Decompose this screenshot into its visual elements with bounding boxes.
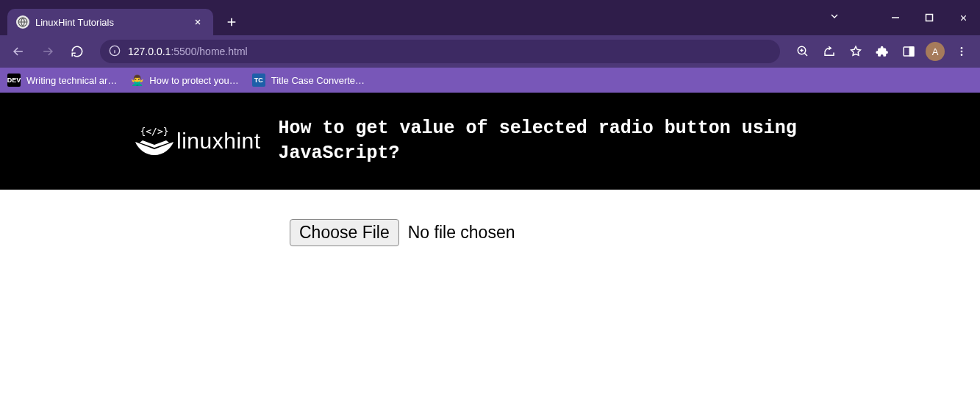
- info-icon[interactable]: [109, 45, 121, 59]
- bookmark-item[interactable]: 🙅‍♂️ How to protect you…: [130, 74, 238, 87]
- back-button[interactable]: [6, 39, 31, 64]
- bookmarks-bar: DEV Writing technical ar… 🙅‍♂️ How to pr…: [0, 68, 980, 93]
- url-text: 127.0.0.1:5500/home.html: [128, 46, 248, 57]
- zoom-icon[interactable]: [790, 39, 815, 64]
- close-window-button[interactable]: [946, 0, 980, 35]
- side-panel-icon[interactable]: [896, 39, 921, 64]
- close-icon[interactable]: [191, 15, 204, 29]
- browser-titlebar: LinuxHint Tutorials: [0, 0, 980, 35]
- star-icon[interactable]: [843, 39, 868, 64]
- svg-point-7: [961, 51, 963, 53]
- new-tab-button[interactable]: [221, 11, 243, 33]
- bookmark-item[interactable]: DEV Writing technical ar…: [7, 74, 117, 87]
- svg-rect-1: [926, 15, 933, 21]
- svg-rect-5: [910, 47, 914, 56]
- browser-toolbar: 127.0.0.1:5500/home.html A: [0, 35, 980, 68]
- page-content: Choose File No file chosen: [0, 190, 980, 246]
- svg-text:{</>}: {</>}: [140, 126, 168, 137]
- dev-icon: DEV: [7, 74, 21, 87]
- linuxhint-logo-icon: {</>}: [132, 120, 176, 162]
- profile-avatar[interactable]: A: [926, 42, 945, 61]
- extensions-icon[interactable]: [870, 39, 895, 64]
- file-status-text: No file chosen: [408, 223, 515, 243]
- browser-tab[interactable]: LinuxHint Tutorials: [7, 9, 213, 35]
- tc-icon: TC: [252, 74, 265, 87]
- minimize-button[interactable]: [879, 0, 912, 35]
- choose-file-button[interactable]: Choose File: [290, 219, 399, 246]
- bookmark-item[interactable]: TC Title Case Converte…: [252, 74, 365, 87]
- address-bar[interactable]: 127.0.0.1:5500/home.html: [100, 40, 780, 63]
- toolbar-actions: A: [790, 39, 974, 64]
- share-icon[interactable]: [817, 39, 842, 64]
- window-controls: [879, 0, 980, 35]
- chevron-down-icon[interactable]: [829, 10, 840, 25]
- menu-icon[interactable]: [949, 39, 974, 64]
- svg-point-8: [961, 54, 963, 56]
- shield-emoji-icon: 🙅‍♂️: [130, 74, 143, 87]
- maximize-button[interactable]: [912, 0, 946, 35]
- page-title: How to get value of selected radio butto…: [279, 116, 837, 166]
- svg-point-6: [961, 47, 963, 49]
- page-banner: {</>} linuxhint How to get value of sele…: [0, 93, 980, 190]
- file-input[interactable]: Choose File No file chosen: [290, 219, 980, 246]
- forward-button[interactable]: [35, 39, 60, 64]
- tab-title: LinuxHint Tutorials: [35, 17, 185, 28]
- globe-icon: [16, 15, 29, 29]
- site-logo: {</>} linuxhint: [132, 120, 261, 162]
- reload-button[interactable]: [65, 39, 90, 64]
